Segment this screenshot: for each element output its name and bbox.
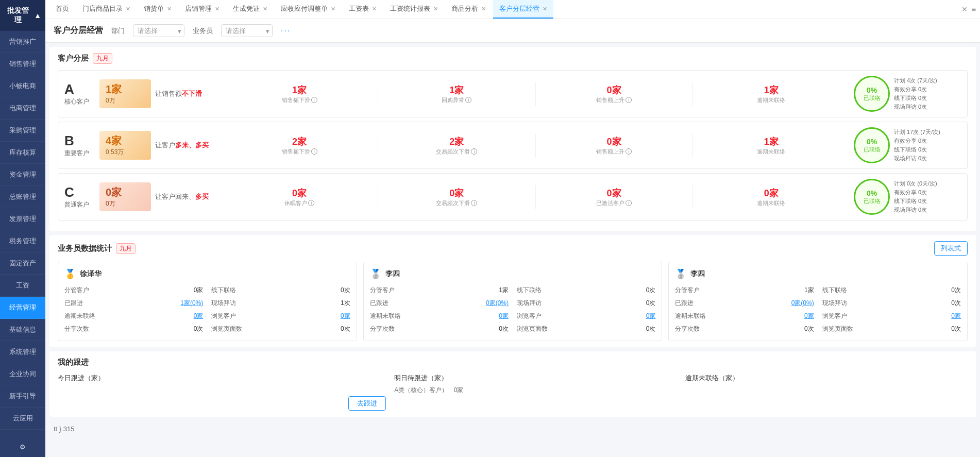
follow-section: 我的跟进 今日跟进（家） 去跟进 明日待跟进（家） A类（核心）客户） 0家 (49, 351, 976, 417)
sidebar-item-tax[interactable]: 税务管理 (0, 230, 45, 252)
agent-card-0: 🥇 徐泽华 分管客户 0家 线下联络 0次 已跟进 (58, 262, 357, 341)
sidebar-item-cloud[interactable]: 云应用 (0, 408, 45, 430)
tab-close-store-mgmt[interactable]: ✕ (215, 6, 219, 12)
info-icon-c-1[interactable]: i (308, 200, 314, 206)
info-icon-c-3[interactable]: i (626, 200, 632, 206)
agent-cards: 🥇 徐泽华 分管客户 0家 线下联络 0次 已跟进 (58, 262, 968, 341)
agent-browse-cust-1[interactable]: 0家 (646, 312, 656, 320)
agent-visit-2: 0次 (951, 299, 961, 308)
agent-stats-0: 分管客户 0家 线下联络 0次 已跟进 1家(0%) 现场拜访 (64, 285, 350, 334)
tab-product-analysis[interactable]: 商品分析 ✕ (445, 0, 492, 19)
agent-browse-cust-2[interactable]: 0家 (951, 312, 961, 320)
sidebar-item-ledger[interactable]: 总账管理 (0, 186, 45, 208)
agent-followed-1[interactable]: 0家(0%) (486, 299, 509, 308)
tab-payroll-report[interactable]: 工资统计报表 ✕ (384, 0, 444, 19)
sidebar-item-salary[interactable]: 工资 (0, 275, 45, 297)
follow-now-button[interactable]: 去跟进 (348, 396, 386, 411)
tier-stat-num-b-4: 1家 (697, 136, 846, 148)
sidebar-top-menu[interactable]: 批发管理 ▲ (0, 0, 45, 31)
sidebar-gear-icon[interactable]: ⚙ (0, 437, 45, 457)
sidebar-item-assets[interactable]: 固定资产 (0, 252, 45, 275)
sidebar-item-management[interactable]: 经营管理 (0, 297, 45, 319)
info-icon-b-1[interactable]: i (311, 148, 317, 155)
agent-name-0: 徐泽华 (80, 269, 102, 279)
tier-label-a: A 核心客户 (64, 81, 95, 106)
agent-card-1: 🥈 李四 分管客户 1家 线下联络 0次 已跟进 (363, 262, 663, 341)
follow-section-header: 我的跟进 (58, 358, 968, 367)
agent-overdue-1[interactable]: 0家 (499, 312, 509, 320)
sidebar-item-inventory[interactable]: 库存核算 (0, 142, 45, 164)
tab-store-mgmt[interactable]: 店铺管理 ✕ (179, 0, 226, 19)
agent-card-header-1: 🥈 李四 (370, 268, 656, 280)
info-icon-b-3[interactable]: i (626, 148, 632, 155)
list-view-button[interactable]: 列表式 (934, 241, 968, 256)
agent-stat-browse-cust-label-2: 浏览客户 0家 (822, 311, 961, 321)
tier-offline-c: 线下联络 0次 (894, 197, 961, 205)
agent-managed-2: 1家 (804, 286, 814, 295)
sidebar-item-ecom-small[interactable]: 小畅电商 (0, 75, 45, 97)
tab-close-customer-tier[interactable]: ✕ (543, 6, 547, 12)
tier-visit-a: 现场拜访 0次 (894, 103, 961, 111)
tab-close-store-products[interactable]: ✕ (126, 6, 130, 12)
agent-stat-browse-cust-label-1: 浏览客户 0家 (517, 311, 655, 321)
sidebar-collapse-icon[interactable]: ▲ (34, 11, 41, 20)
tab-store-products[interactable]: 门店商品目录 ✕ (76, 0, 137, 19)
tier-stats-c: 0家 休眠客户i 0家 交易频次下滑i 0家 已激活客户i 0家 逾期未联络 (221, 185, 850, 209)
biz-title: 业务员数据统计 (58, 244, 112, 253)
info-icon-a-2[interactable]: i (465, 97, 471, 103)
sidebar-item-purchase[interactable]: 采购管理 (0, 120, 45, 142)
tabbar-close-icon[interactable]: ✕ (961, 5, 968, 13)
tier-offline-a: 线下联络 0次 (894, 94, 961, 102)
tab-close-sales-order[interactable]: ✕ (167, 6, 172, 12)
agent-followed-0[interactable]: 1家(0%) (180, 299, 203, 308)
agent-overdue-0[interactable]: 0家 (194, 312, 204, 320)
dept-select[interactable]: 请选择 (133, 24, 184, 37)
tier-stat-label-b-2: 交易频次下滑i (382, 148, 531, 156)
tab-close-ar-ap[interactable]: ✕ (331, 6, 335, 12)
tabbar-menu-icon[interactable]: ≡ (972, 5, 976, 13)
tab-home[interactable]: 首页 (49, 0, 75, 19)
agent-stats-2: 分管客户 1家 线下联络 0次 已跟进 0家(0%) 现场拜访 (675, 285, 961, 334)
tab-close-voucher[interactable]: ✕ (263, 6, 267, 12)
tier-stat-label-c-4: 逾期未联络 (697, 199, 846, 207)
tier-stat-num-c-2: 0家 (382, 187, 531, 199)
tab-voucher[interactable]: 生成凭证 ✕ (227, 0, 274, 19)
biz-stats-section: 业务员数据统计 九月 列表式 🥇 徐泽华 分管客户 0家 (49, 235, 976, 347)
tier-stat-label-a-2: 回购异常i (382, 96, 531, 104)
tier-circle-label-c: 已联络 (864, 197, 881, 205)
tab-close-product-analysis[interactable]: ✕ (481, 6, 486, 12)
sidebar-item-marketing[interactable]: 营销推广 (0, 31, 45, 53)
agent-stat-offline-label-2: 线下联络 0次 (822, 285, 961, 296)
page-title: 客户分层经营 (54, 25, 103, 36)
tab-ar-ap[interactable]: 应收应付调整单 ✕ (275, 0, 342, 19)
agent-followed-2[interactable]: 0家(0%) (791, 299, 814, 308)
sidebar-item-ecom[interactable]: 电商管理 (0, 97, 45, 120)
sidebar-item-invoice[interactable]: 发票管理 (0, 208, 45, 230)
tab-close-payroll-report[interactable]: ✕ (433, 6, 438, 12)
agent-shares-0: 0次 (194, 325, 204, 333)
follow-btn-wrap: 去跟进 (348, 374, 386, 411)
info-icon-a-1[interactable]: i (311, 97, 317, 103)
agent-stat-overdue-label-0: 逾期未联络 0家 (64, 311, 203, 321)
sidebar-item-basic[interactable]: 基础信息 (0, 319, 45, 341)
more-options-btn[interactable]: ··· (281, 26, 291, 36)
sidebar-item-sales[interactable]: 销售管理 (0, 53, 45, 75)
info-icon-c-2[interactable]: i (471, 200, 477, 206)
sidebar-item-finance[interactable]: 资金管理 (0, 164, 45, 186)
info-icon-b-2[interactable]: i (471, 148, 477, 155)
agent-stat-browse-pages-label-1: 浏览页面数 0次 (517, 324, 655, 334)
dept-select-wrap: 请选择 (133, 24, 184, 37)
agent-browse-cust-0[interactable]: 0家 (341, 312, 350, 320)
agent-select[interactable]: 请选择 (221, 24, 273, 37)
sidebar-item-collab[interactable]: 企业协同 (0, 363, 45, 385)
agent-overdue-2[interactable]: 0家 (804, 312, 814, 320)
tab-sales-order[interactable]: 销货单 ✕ (138, 0, 178, 19)
sidebar-item-system[interactable]: 系统管理 (0, 341, 45, 363)
tab-payroll[interactable]: 工资表 ✕ (343, 0, 383, 19)
tier-stat-num-b-2: 2家 (382, 136, 531, 148)
tab-customer-tier[interactable]: 客户分层经营 ✕ (493, 0, 553, 19)
tier-stat-c-4: 0家 逾期未联络 (693, 185, 850, 209)
sidebar-item-guide[interactable]: 新手引导 (0, 385, 45, 408)
tab-close-payroll[interactable]: ✕ (372, 6, 377, 12)
info-icon-a-3[interactable]: i (626, 97, 632, 103)
